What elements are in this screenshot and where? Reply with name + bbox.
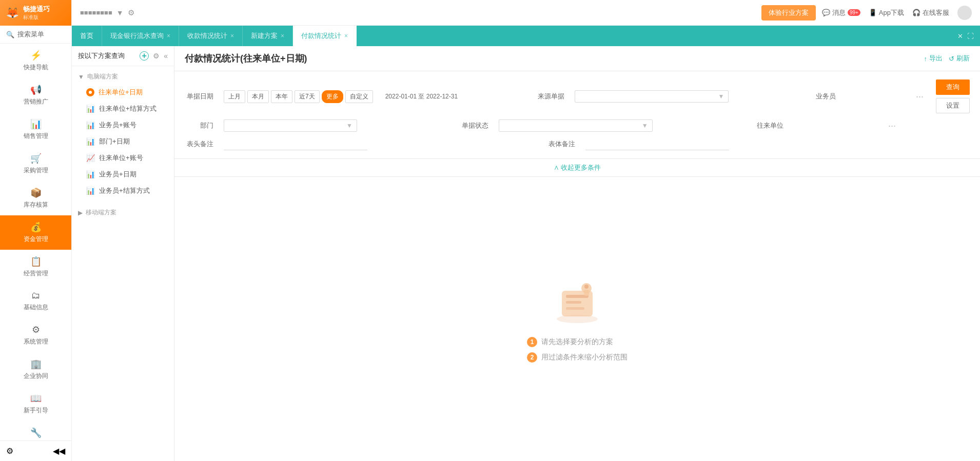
sidebar-item-system[interactable]: ⚙ 系统管理 bbox=[0, 318, 71, 352]
last7-btn[interactable]: 近7天 bbox=[295, 90, 320, 103]
settings-footer-icon[interactable]: ⚙ bbox=[6, 446, 13, 456]
close-new-scheme-icon[interactable]: × bbox=[281, 32, 284, 39]
sidebar-item-guide[interactable]: 📖 新手引导 bbox=[0, 387, 71, 421]
staff-settle-icon: 📊 bbox=[86, 187, 95, 195]
this-month-btn[interactable]: 本月 bbox=[247, 90, 269, 103]
export-icon: ↑ bbox=[924, 55, 928, 63]
date-buttons: 上月 本月 本年 近7天 更多 自定义 bbox=[224, 90, 373, 103]
custom-date-btn[interactable]: 自定义 bbox=[345, 90, 373, 103]
close-receipt-stats-icon[interactable]: × bbox=[230, 32, 234, 39]
scheme-settings-icon[interactable]: ⚙ bbox=[153, 52, 160, 60]
staff-select-dots[interactable]: ··· bbox=[914, 91, 926, 102]
chevron-down-icon[interactable]: ▼ bbox=[116, 9, 124, 17]
sidebar-label: 快捷导航 bbox=[24, 63, 48, 72]
this-year-btn[interactable]: 本年 bbox=[271, 90, 292, 103]
status-select[interactable]: ▼ bbox=[499, 119, 653, 132]
header-note-input[interactable] bbox=[224, 138, 367, 150]
message-action[interactable]: 💬 消息 99+ bbox=[822, 8, 860, 17]
close-payment-stats-icon[interactable]: × bbox=[344, 32, 348, 39]
collapse-icon: ∧ bbox=[554, 164, 559, 171]
scheme-item-staff-settle[interactable]: 📊 业务员+结算方式 bbox=[72, 183, 174, 199]
staff-account-label: 业务员+账号 bbox=[99, 121, 136, 130]
new-scheme-label: 新建方案 bbox=[251, 31, 278, 41]
quick-nav-icon: ⚡ bbox=[30, 50, 42, 61]
collapse-sidebar-icon[interactable]: ◀◀ bbox=[53, 446, 65, 456]
sidebar-label: 销售管理 bbox=[24, 132, 48, 141]
unit-date-label: 往来单位+日期 bbox=[99, 88, 143, 97]
topbar-brand: ■■■■■■■■ ▼ ⚙ bbox=[80, 8, 755, 17]
add-scheme-button[interactable]: + bbox=[140, 51, 149, 61]
source-select[interactable]: ▼ bbox=[575, 90, 729, 103]
sidebar-item-hardware[interactable]: 🔧 智能硬件 bbox=[0, 421, 71, 440]
sidebar-item-purchase[interactable]: 🛒 采购管理 bbox=[0, 147, 71, 181]
tab-home[interactable]: 首页 bbox=[72, 26, 102, 46]
dept-select[interactable]: ▼ bbox=[224, 119, 357, 132]
sidebar-item-sales[interactable]: 📊 销售管理 bbox=[0, 112, 71, 147]
last-month-btn[interactable]: 上月 bbox=[224, 90, 245, 103]
system-icon: ⚙ bbox=[32, 324, 40, 335]
sidebar-label: 新手引导 bbox=[24, 406, 48, 415]
scheme-item-dept-date[interactable]: 📊 部门+日期 bbox=[72, 133, 174, 150]
sidebar-label: 系统管理 bbox=[24, 337, 48, 346]
setting-button[interactable]: 设置 bbox=[936, 98, 970, 113]
sidebar-label: 企业协同 bbox=[24, 372, 48, 380]
pc-group-title[interactable]: ▼ 电脑端方案 bbox=[72, 69, 174, 84]
sidebar-label: 经营管理 bbox=[24, 269, 48, 278]
query-button[interactable]: 查询 bbox=[936, 79, 970, 95]
payment-stats-label: 付款情况统计 bbox=[301, 31, 341, 41]
tab-bank-flow[interactable]: 现金银行流水查询 × bbox=[102, 26, 179, 46]
sidebar-item-enterprise[interactable]: 🏢 企业协同 bbox=[0, 352, 71, 387]
sidebar-label: 采购管理 bbox=[24, 166, 48, 175]
mobile-expand-icon: ▶ bbox=[78, 209, 83, 216]
unit-account-icon: 📈 bbox=[86, 154, 95, 162]
close-all-tabs-icon[interactable]: ✕ bbox=[957, 32, 963, 40]
fullscreen-icon[interactable]: ⛶ bbox=[967, 32, 974, 40]
sidebar: 🦊 畅捷通巧 标准版 🔍 搜索菜单 ⚡ 快捷导航 📢 营销推广 📊 销售管理 🛒… bbox=[0, 0, 72, 461]
sidebar-item-quick-nav[interactable]: ⚡ 快捷导航 bbox=[0, 44, 71, 78]
body-note-input[interactable] bbox=[585, 138, 729, 150]
dept-chevron-icon: ▼ bbox=[346, 122, 352, 129]
hint-text-2: 用过滤条件来缩小分析范围 bbox=[541, 353, 628, 362]
svg-rect-7 bbox=[584, 290, 589, 296]
hint-text-1: 请先选择要分析的方案 bbox=[541, 337, 613, 347]
svg-point-6 bbox=[584, 285, 589, 289]
sidebar-item-operation[interactable]: 📋 经营管理 bbox=[0, 250, 71, 284]
close-bank-flow-icon[interactable]: × bbox=[167, 32, 170, 39]
panel-collapse-icon[interactable]: « bbox=[164, 52, 168, 60]
user-avatar[interactable] bbox=[957, 6, 972, 20]
sidebar-item-basic[interactable]: 🗂 基础信息 bbox=[0, 284, 71, 318]
settings-topbar-icon[interactable]: ⚙ bbox=[128, 8, 134, 17]
app-download-action[interactable]: 📱 App下载 bbox=[869, 8, 904, 17]
tab-receipt-stats[interactable]: 收款情况统计 × bbox=[179, 26, 243, 46]
empty-hint-2: 2 用过滤条件来缩小分析范围 bbox=[527, 352, 628, 363]
more-date-btn[interactable]: 更多 bbox=[322, 90, 343, 103]
marketing-icon: 📢 bbox=[30, 84, 42, 95]
sidebar-item-finance[interactable]: 💰 资金管理 bbox=[0, 215, 71, 250]
refresh-button[interactable]: ↺ 刷新 bbox=[949, 54, 970, 63]
unit-settle-label: 往来单位+结算方式 bbox=[99, 104, 156, 113]
sidebar-item-inventory[interactable]: 📦 库存核算 bbox=[0, 181, 71, 215]
staff-date-label: 业务员+日期 bbox=[99, 170, 136, 179]
sidebar-item-marketing[interactable]: 📢 营销推广 bbox=[0, 78, 71, 112]
scheme-item-unit-date[interactable]: 往来单位+日期 bbox=[72, 84, 174, 101]
unit-select-dots[interactable]: ··· bbox=[886, 121, 898, 131]
scheme-item-staff-account[interactable]: 📊 业务员+账号 bbox=[72, 117, 174, 133]
scheme-item-staff-date[interactable]: 📊 业务员+日期 bbox=[72, 166, 174, 183]
tab-payment-stats[interactable]: 付款情况统计 × bbox=[293, 26, 357, 46]
scheme-item-unit-settle[interactable]: 📊 往来单位+结算方式 bbox=[72, 101, 174, 117]
staff-settle-label: 业务员+结算方式 bbox=[99, 186, 150, 195]
customer-service-action[interactable]: 🎧 在线客服 bbox=[912, 8, 949, 17]
mobile-group-title[interactable]: ▶ 移动端方案 bbox=[72, 205, 174, 220]
industry-trial-button[interactable]: 体验行业方案 bbox=[761, 5, 816, 21]
pc-group-label: 电脑端方案 bbox=[87, 72, 118, 81]
empty-state: 1 请先选择要分析的方案 2 用过滤条件来缩小分析范围 bbox=[174, 177, 980, 461]
tabbar: 首页 现金银行流水查询 × 收款情况统计 × 新建方案 × 付款情况统计 × ✕… bbox=[72, 26, 980, 46]
tab-new-scheme[interactable]: 新建方案 × bbox=[243, 26, 293, 46]
scheme-item-unit-account[interactable]: 📈 往来单位+账号 bbox=[72, 150, 174, 166]
export-button[interactable]: ↑ 导出 bbox=[924, 54, 943, 63]
search-menu[interactable]: 🔍 搜索菜单 bbox=[0, 26, 71, 44]
dept-date-icon: 📊 bbox=[86, 137, 95, 146]
brand-blur: ■■■■■■■■ bbox=[80, 9, 112, 16]
collapse-bar[interactable]: ∧ 收起更多条件 bbox=[174, 159, 980, 177]
service-label: 在线客服 bbox=[923, 8, 949, 17]
